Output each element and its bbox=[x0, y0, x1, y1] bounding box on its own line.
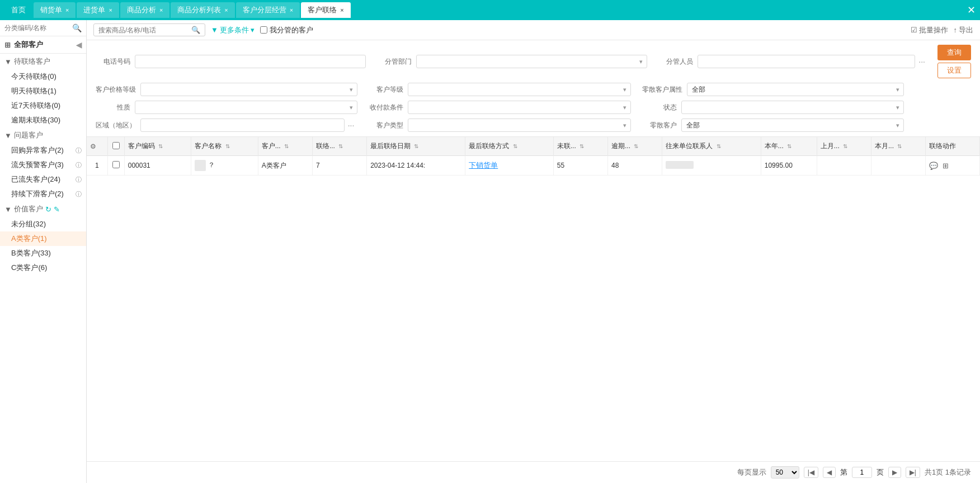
filter-phone-input[interactable] bbox=[135, 55, 366, 68]
page-input[interactable] bbox=[852, 467, 872, 478]
chat-icon[interactable]: 💬 bbox=[929, 162, 938, 170]
filter-dept-select[interactable] bbox=[416, 55, 647, 68]
th-company-contact[interactable]: 往来单位联系人 ⇅ bbox=[662, 137, 761, 156]
tab-customer-contact[interactable]: 客户联络 × bbox=[301, 2, 350, 18]
table-area: ⚙ 客户编码 ⇅ 客户名称 ⇅ 客户... ⇅ 联络... ⇅ 最后联络日期 ⇅… bbox=[87, 137, 980, 461]
sidebar-item-ungrouped[interactable]: 未分组(32) bbox=[0, 217, 86, 231]
info-icon-3: ⓘ bbox=[76, 190, 82, 198]
value-customers-arrow: ▼ bbox=[4, 205, 12, 214]
search-input[interactable] bbox=[98, 26, 191, 34]
sidebar-item-class-a[interactable]: A类客户(1) bbox=[0, 231, 86, 246]
first-page-btn[interactable]: |◀ bbox=[804, 467, 818, 478]
filter-customer-type-select[interactable] bbox=[408, 119, 630, 132]
th-last-contact-date[interactable]: 最后联络日期 ⇅ bbox=[367, 137, 465, 156]
pagination: 每页显示 50 10 20 100 |◀ ◀ 第 页 ▶ ▶| 共1页 1条记录 bbox=[87, 461, 980, 483]
filter-area-label: 区域（地区） bbox=[96, 121, 140, 130]
next-page-btn[interactable]: ▶ bbox=[888, 467, 901, 478]
filter-retail-customer-select[interactable]: 全部 bbox=[681, 119, 904, 132]
close-sales-tab[interactable]: × bbox=[65, 7, 69, 13]
value-customers-section[interactable]: ▼ 价值客户 ↻ ✎ bbox=[0, 201, 86, 217]
sort-lmonth-icon: ⇅ bbox=[843, 143, 847, 149]
table-row: 1 000031 ？ A类客户 7 2023-04-12 14:44: 下销货单… bbox=[87, 156, 980, 176]
th-overdue[interactable]: 逾期... ⇅ bbox=[607, 137, 662, 156]
tab-home[interactable]: 首页 bbox=[4, 2, 32, 18]
filter-person-input[interactable] bbox=[698, 55, 915, 68]
td-contact-count: 7 bbox=[312, 156, 366, 176]
sidebar-search-icon[interactable]: 🔍 bbox=[72, 23, 82, 32]
setting-btn[interactable]: 设置 bbox=[937, 63, 971, 78]
sidebar-collapse-btn[interactable]: ◀ bbox=[76, 41, 82, 49]
search-bar-icon[interactable]: 🔍 bbox=[191, 26, 200, 34]
th-contact-count[interactable]: 联络... ⇅ bbox=[312, 137, 366, 156]
edit-value-icon[interactable]: ✎ bbox=[54, 205, 60, 214]
last-page-btn[interactable]: ▶| bbox=[906, 467, 920, 478]
close-customer-contact-tab[interactable]: × bbox=[340, 7, 343, 13]
tab-customer-segment[interactable]: 客户分层经营 × bbox=[236, 2, 300, 18]
pending-contact-section[interactable]: ▼ 待联络客户 bbox=[0, 54, 86, 69]
my-customer-checkbox[interactable] bbox=[260, 26, 267, 34]
filter-row-3: 性质 收付款条件 状态 bbox=[96, 101, 971, 114]
tab-goods-list[interactable]: 商品分析列表 × bbox=[171, 2, 234, 18]
close-customer-segment-tab[interactable]: × bbox=[290, 7, 293, 13]
filter-area-input[interactable] bbox=[140, 119, 345, 132]
query-btn[interactable]: 查询 bbox=[937, 45, 971, 60]
sidebar-item-churn-warning[interactable]: 流失预警客户(3) ⓘ bbox=[0, 158, 86, 172]
sort-date-icon: ⇅ bbox=[414, 143, 418, 149]
sidebar-item-churned[interactable]: 已流失客户(24) ⓘ bbox=[0, 172, 86, 187]
filter-payment-cell: 收付款条件 bbox=[369, 101, 630, 114]
th-last-month[interactable]: 上月... ⇅ bbox=[817, 137, 871, 156]
sidebar-item-overdue[interactable]: 逾期未联络(30) bbox=[0, 113, 86, 127]
th-customer-name[interactable]: 客户名称 ⇅ bbox=[191, 137, 258, 156]
refresh-icon[interactable]: ↻ bbox=[45, 205, 51, 214]
tab-goods-analysis[interactable]: 商品分析 × bbox=[120, 2, 169, 18]
problem-customers-section[interactable]: ▼ 问题客户 bbox=[0, 127, 86, 143]
sidebar-item-class-b[interactable]: B类客户(33) bbox=[0, 246, 86, 261]
td-this-year: 10995.00 bbox=[761, 156, 817, 176]
sidebar-item-declining[interactable]: 持续下滑客户(2) ⓘ bbox=[0, 187, 86, 201]
td-overdue: 48 bbox=[607, 156, 662, 176]
close-all-tabs[interactable]: ✕ bbox=[967, 4, 976, 16]
filter-retail-customer-wrap: 全部 bbox=[681, 119, 904, 132]
tab-sales[interactable]: 销货单 × bbox=[34, 2, 76, 18]
sidebar-item-tomorrow[interactable]: 明天待联络(1) bbox=[0, 84, 86, 98]
th-select-all-checkbox[interactable] bbox=[112, 142, 120, 149]
tab-purchase[interactable]: 进货单 × bbox=[77, 2, 119, 18]
sidebar-search-input[interactable] bbox=[4, 24, 72, 32]
filter-retail-customer-label: 零散客户 bbox=[642, 121, 681, 130]
close-goods-analysis-tab[interactable]: × bbox=[159, 7, 163, 13]
per-page-label: 每页显示 bbox=[737, 467, 766, 477]
sidebar-item-repurchase-abnormal[interactable]: 回购异常客户(2) ⓘ bbox=[0, 143, 86, 158]
close-goods-list-tab[interactable]: × bbox=[224, 7, 228, 13]
my-customer-checkbox-wrap[interactable]: 我分管的客户 bbox=[260, 25, 313, 35]
per-page-select[interactable]: 50 10 20 100 bbox=[771, 466, 799, 479]
filter-person-dots-btn[interactable]: ··· bbox=[915, 57, 929, 66]
th-last-contact-method[interactable]: 最后联络方式 ⇅ bbox=[465, 137, 553, 156]
filter-row-2: 客户价格等级 客户等级 零散客户属性 全部 bbox=[96, 83, 971, 96]
sidebar-item-class-c[interactable]: C类客户(6) bbox=[0, 261, 86, 275]
filter-payment-select[interactable] bbox=[408, 101, 630, 114]
prev-page-btn[interactable]: ◀ bbox=[823, 467, 836, 478]
filter-nature-select[interactable] bbox=[135, 101, 357, 114]
filter-retail-attr-select[interactable]: 全部 bbox=[687, 83, 904, 96]
filter-area-dots-btn[interactable]: ··· bbox=[345, 121, 358, 130]
th-this-month[interactable]: 本月... ⇅ bbox=[871, 137, 925, 156]
close-purchase-tab[interactable]: × bbox=[109, 7, 112, 13]
sidebar-item-today[interactable]: 今天待联络(0) bbox=[0, 69, 86, 84]
th-settings[interactable]: ⚙ bbox=[87, 137, 107, 156]
more-filter-btn[interactable]: ▼ 更多条件 ▾ bbox=[211, 25, 255, 35]
th-this-year[interactable]: 本年... ⇅ bbox=[761, 137, 817, 156]
th-customer-type[interactable]: 客户... ⇅ bbox=[258, 137, 312, 156]
last-method-link[interactable]: 下销货单 bbox=[469, 161, 498, 169]
filter-customer-level-select[interactable] bbox=[408, 83, 630, 96]
filter-nature-label: 性质 bbox=[96, 103, 135, 112]
export-btn[interactable]: ↑ 导出 bbox=[954, 25, 974, 35]
th-customer-code[interactable]: 客户编码 ⇅ bbox=[124, 137, 191, 156]
sidebar-item-7days[interactable]: 近7天待联络(0) bbox=[0, 98, 86, 113]
filter-price-select[interactable] bbox=[140, 83, 357, 96]
th-not-contacted[interactable]: 未联... ⇅ bbox=[553, 137, 607, 156]
row-checkbox[interactable] bbox=[112, 161, 120, 168]
filter-price-wrap bbox=[140, 83, 357, 96]
qrcode-icon[interactable]: ⊞ bbox=[943, 162, 949, 170]
filter-status-select[interactable] bbox=[681, 101, 904, 114]
batch-op-btn[interactable]: ☑ 批量操作 bbox=[911, 25, 948, 35]
